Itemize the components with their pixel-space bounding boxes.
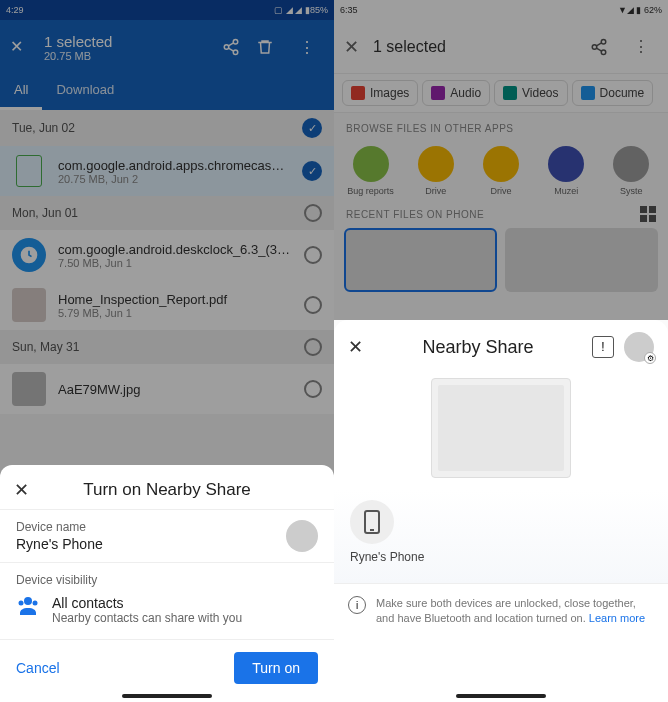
- device-name-label: Device name: [16, 520, 103, 534]
- device-name-row[interactable]: Device name Ryne's Phone: [0, 509, 334, 562]
- info-icon: i: [348, 596, 366, 614]
- nearby-share-setup-sheet: ✕ Turn on Nearby Share Device name Ryne'…: [0, 465, 334, 702]
- scrim[interactable]: [334, 0, 668, 320]
- svg-point-7: [19, 601, 24, 606]
- nearby-share-sheet: ✕ Nearby Share ! ⚙ Ryne's Phone i: [334, 320, 668, 702]
- svg-point-6: [24, 597, 32, 605]
- device-area: Ryne's Phone: [334, 490, 668, 583]
- gear-icon[interactable]: ⚙: [644, 352, 656, 364]
- sheet-title: Turn on Nearby Share: [14, 480, 320, 500]
- svg-point-8: [33, 601, 38, 606]
- footer-text: Make sure both devices are unlocked, clo…: [376, 596, 654, 627]
- sheet-title: Nearby Share: [364, 337, 592, 358]
- device-name-value: Ryne's Phone: [16, 536, 103, 552]
- avatar[interactable]: [286, 520, 318, 552]
- left-screenshot: 4:29 ▢ ◢ ◢ ▮85% ✕ 1 selected 20.75 MB ⋮ …: [0, 0, 334, 702]
- home-indicator[interactable]: [122, 694, 212, 698]
- contacts-icon: [16, 595, 52, 615]
- cancel-button[interactable]: Cancel: [16, 660, 60, 676]
- visibility-row[interactable]: Device visibility All contacts Nearby co…: [0, 562, 334, 639]
- share-preview: [431, 378, 571, 478]
- visibility-description: Nearby contacts can share with you: [52, 611, 242, 625]
- footer: i Make sure both devices are unlocked, c…: [334, 583, 668, 645]
- visibility-value: All contacts: [52, 595, 242, 611]
- feedback-icon[interactable]: !: [592, 336, 614, 358]
- learn-more-link[interactable]: Learn more: [589, 612, 645, 624]
- home-indicator[interactable]: [456, 694, 546, 698]
- device-target[interactable]: Ryne's Phone: [350, 500, 424, 564]
- right-screenshot: 6:35 ▼◢ ▮ 62% ✕ 1 selected ⋮ Images Audi…: [334, 0, 668, 702]
- avatar[interactable]: ⚙: [624, 332, 654, 362]
- phone-icon: [350, 500, 394, 544]
- device-name: Ryne's Phone: [350, 550, 424, 564]
- visibility-label: Device visibility: [16, 573, 318, 587]
- turn-on-button[interactable]: Turn on: [234, 652, 318, 684]
